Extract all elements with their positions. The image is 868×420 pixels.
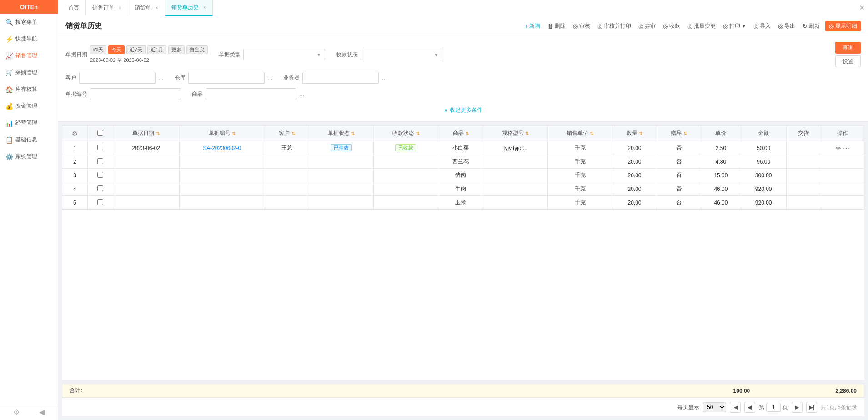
more-action-icon[interactable]: ⋯	[843, 145, 849, 152]
audit-button[interactable]: ◎ 审核	[571, 21, 592, 31]
row-checkbox[interactable]	[87, 196, 113, 210]
select-all-checkbox[interactable]	[97, 130, 103, 136]
row-doc-no[interactable]	[179, 155, 265, 169]
row-action[interactable]: ✏⋯	[821, 141, 864, 155]
customer-picker-icon[interactable]: ...	[158, 74, 164, 81]
date-btn-custom[interactable]: 自定义	[186, 45, 208, 54]
sidebar-item-basic-info[interactable]: 📋 基础信息	[0, 131, 58, 148]
sort-doc-status-icon[interactable]: ⇅	[351, 131, 355, 136]
sort-doc-date-icon[interactable]: ⇅	[156, 131, 160, 136]
add-button[interactable]: + 新增	[523, 21, 542, 31]
audit-print-button[interactable]: ◎ 审核并打印	[596, 21, 633, 31]
query-button[interactable]: 查询	[835, 42, 861, 54]
tab-sales-order[interactable]: 销售订单 ×	[86, 0, 128, 16]
date-btn-1month[interactable]: 近1月	[147, 45, 166, 54]
delete-button[interactable]: 🗑 删除	[546, 21, 567, 31]
sidebar-item-finance[interactable]: 💰 资金管理	[0, 98, 58, 115]
goods-input[interactable]	[206, 88, 296, 100]
discard-button[interactable]: ◎ 弃审	[637, 21, 657, 31]
date-btn-yesterday[interactable]: 昨天	[90, 45, 106, 54]
row-select-checkbox[interactable]	[97, 145, 103, 150]
sort-quantity-icon[interactable]: ⇅	[639, 131, 642, 136]
collapse-button[interactable]: ∧ 收起更多条件	[65, 105, 861, 116]
setting-button[interactable]: 设置	[835, 55, 861, 67]
row-select-checkbox[interactable]	[97, 172, 103, 178]
row-doc-no[interactable]	[179, 169, 265, 182]
sort-gift-icon[interactable]: ⇅	[683, 131, 687, 136]
warehouse-picker-icon[interactable]: ...	[267, 74, 273, 81]
refresh-button[interactable]: ↻ 刷新	[801, 21, 822, 31]
sort-spec-icon[interactable]: ⇅	[525, 131, 529, 136]
batch-change-button[interactable]: ◎ 批量变更	[686, 21, 717, 31]
tab-home[interactable]: 首页	[62, 0, 86, 16]
per-page-select[interactable]: 50 100 200	[703, 402, 726, 412]
tab-sales-order-close[interactable]: ×	[119, 5, 121, 10]
sort-goods-icon[interactable]: ⇅	[465, 131, 469, 136]
goods-picker-icon[interactable]: ...	[299, 90, 305, 98]
row-action[interactable]	[821, 169, 864, 182]
sidebar-collapse-icon[interactable]: ◀	[39, 408, 45, 416]
next-page-button[interactable]: ▶	[792, 402, 803, 413]
sidebar-item-operations[interactable]: 📊 经营管理	[0, 115, 58, 131]
employee-input[interactable]	[302, 72, 379, 84]
sort-customer-icon[interactable]: ⇅	[291, 131, 295, 136]
payment-status-select[interactable]: ▼	[361, 49, 442, 60]
date-btn-7days[interactable]: 近7天	[126, 45, 146, 54]
row-doc-no[interactable]: SA-20230602-0	[179, 141, 265, 155]
col-spec-label: 规格型号	[502, 130, 524, 136]
tab-sales-history-close[interactable]: ×	[203, 5, 206, 10]
row-select-checkbox[interactable]	[97, 199, 103, 205]
row-action[interactable]	[821, 196, 864, 210]
row-payment-status	[374, 196, 438, 210]
row-checkbox[interactable]	[87, 169, 113, 182]
edit-action-icon[interactable]: ✏	[836, 145, 841, 152]
row-doc-no[interactable]	[179, 196, 265, 210]
sidebar-item-purchase[interactable]: 🛒 采购管理	[0, 64, 58, 81]
sidebar-settings-icon[interactable]: ⚙	[13, 408, 20, 416]
first-page-button[interactable]: |◀	[730, 402, 741, 413]
sidebar-item-system[interactable]: ⚙️ 系统管理	[0, 148, 58, 165]
row-customer	[265, 169, 309, 182]
row-select-checkbox[interactable]	[97, 185, 103, 191]
customer-input[interactable]	[79, 72, 156, 84]
doc-type-select[interactable]: ▼	[243, 49, 325, 60]
prev-page-button[interactable]: ◀	[744, 402, 755, 413]
sort-payment-status-icon[interactable]: ⇅	[416, 131, 420, 136]
row-checkbox[interactable]	[87, 182, 113, 196]
close-all-tabs[interactable]: ×	[859, 3, 864, 13]
export-button[interactable]: ◎ 导出	[776, 21, 797, 31]
doc-no-input[interactable]	[90, 88, 181, 100]
sort-unit-icon[interactable]: ⇅	[590, 131, 593, 136]
row-select-checkbox[interactable]	[97, 158, 103, 164]
last-page-button[interactable]: ▶|	[806, 402, 817, 413]
settings-gear-icon[interactable]: ⚙	[72, 130, 78, 137]
receive-button[interactable]: ◎ 收款	[661, 21, 682, 31]
sidebar-item-label: 库存核算	[15, 85, 37, 93]
row-action[interactable]	[821, 182, 864, 196]
employee-picker-icon[interactable]: ...	[381, 74, 387, 81]
sort-doc-no-icon[interactable]: ⇅	[232, 131, 236, 136]
row-action[interactable]	[821, 155, 864, 169]
doc-no-link[interactable]: SA-20230602-0	[203, 145, 241, 151]
table-row: 4牛肉千克20.00否46.00920.00	[62, 182, 864, 196]
date-btn-today[interactable]: 今天	[108, 45, 125, 54]
row-doc-no[interactable]	[179, 182, 265, 196]
tab-sales-history-label: 销货单历史	[171, 4, 199, 11]
sidebar-item-sales[interactable]: 📈 销售管理	[0, 47, 58, 64]
sidebar-item-quicknav[interactable]: ⚡ 快捷导航	[0, 30, 58, 47]
sidebar-item-inventory[interactable]: 🏠 库存核算	[0, 81, 58, 98]
col-settings[interactable]: ⚙	[62, 126, 88, 141]
row-checkbox[interactable]	[87, 155, 113, 169]
row-checkbox[interactable]	[87, 141, 113, 155]
row-quantity: 20.00	[612, 169, 657, 182]
show-detail-button[interactable]: ◎ 显示明细	[825, 21, 861, 31]
date-btn-more[interactable]: 更多	[168, 45, 185, 54]
sidebar-item-search[interactable]: 🔍 搜索菜单	[0, 14, 58, 30]
tab-sales-delivery[interactable]: 销货单 ×	[128, 0, 165, 16]
import-button[interactable]: ◎ 导入	[752, 21, 773, 31]
warehouse-input[interactable]	[188, 72, 265, 84]
tab-sales-history[interactable]: 销货单历史 ×	[165, 0, 213, 16]
print-button[interactable]: ◎ 打印 ▼	[721, 21, 748, 31]
page-number-input[interactable]	[766, 403, 781, 412]
tab-sales-delivery-close[interactable]: ×	[156, 5, 158, 10]
